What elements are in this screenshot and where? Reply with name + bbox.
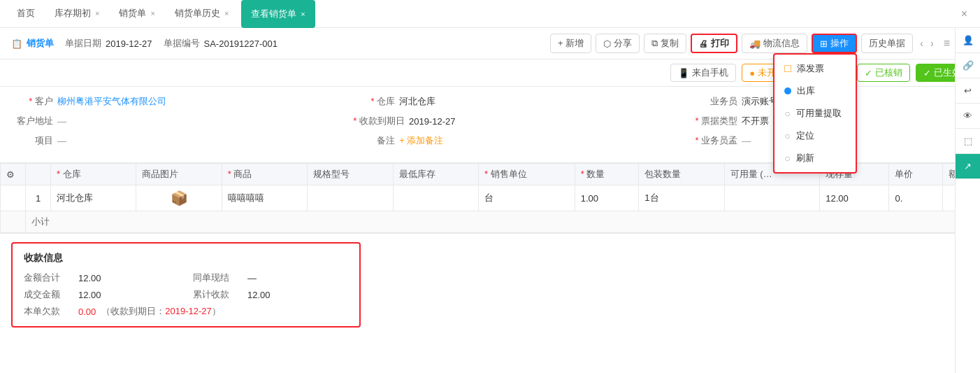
effective-icon: ✓ — [923, 68, 931, 78]
ticket-value: 不开票 — [742, 115, 769, 127]
tab-sales-history-close[interactable]: × — [224, 9, 229, 17]
operate-dropdown: □ 添发票 出库 ○ 可用量提取 ○ 定位 — [773, 53, 857, 174]
sold-button[interactable]: ✓ 已核销 — [857, 64, 910, 82]
add-button[interactable]: + 新增 — [550, 34, 591, 53]
col-unit-price: 单价 — [889, 164, 942, 185]
customer-field: 客户 柳州粤港平安气体有限公司 — [11, 95, 353, 108]
add-note-button[interactable]: + 添加备注 — [399, 134, 443, 147]
right-btn-expand[interactable]: ↗ — [956, 154, 981, 179]
col-warehouse: * 仓库 — [51, 164, 136, 185]
subtotal-row: 小计 — [1, 211, 980, 233]
right-btn-link[interactable]: 🔗 — [956, 53, 981, 78]
payment-title: 收款信息 — [24, 252, 348, 265]
doc-date-value: 2019-12-27 — [106, 38, 152, 49]
payment-same-settlement-row: 同单现结 — — [193, 272, 348, 284]
locate-icon: ○ — [784, 130, 790, 141]
history-button[interactable]: 历史单据 — [861, 34, 913, 53]
address-value: — — [57, 116, 66, 127]
tab-inventory-label: 库存期初 — [55, 7, 91, 20]
share-button[interactable]: ⬡ 分享 — [596, 34, 640, 53]
warehouse-field: 仓库 河北仓库 — [353, 95, 695, 108]
eye-icon: 👁 — [963, 111, 972, 121]
dropdown-locate[interactable]: ○ 定位 — [774, 125, 856, 147]
share-label: 分享 — [614, 37, 632, 50]
copy-button[interactable]: ⧉ 复制 — [644, 34, 686, 53]
nav-arrows: ‹ › — [917, 38, 936, 49]
tab-bar: 首页 库存期初 × 销货单 × 销货单历史 × 查看销货单 × × — [0, 0, 980, 28]
right-btn-grid[interactable]: ⬚ — [956, 129, 981, 154]
cell-gear — [1, 185, 26, 211]
expand-icon: ↗ — [964, 161, 972, 171]
next-button[interactable]: › — [928, 38, 937, 49]
cell-available — [724, 185, 819, 211]
owed-note-text: （收款到期日： — [101, 306, 165, 316]
cumulative-value: 12.00 — [247, 290, 271, 300]
customer-value[interactable]: 柳州粤港平安气体有限公司 — [57, 95, 166, 108]
tab-sales-history[interactable]: 销货单历史 × — [165, 0, 238, 28]
tab-home[interactable]: 首页 — [7, 0, 45, 28]
window-close-button[interactable]: × — [956, 8, 973, 20]
owed-date: 2019-12-27 — [165, 306, 212, 316]
refresh-icon: ○ — [784, 153, 790, 164]
right-btn-return[interactable]: ↩ — [956, 78, 981, 104]
from-mobile-button[interactable]: 📱 来自手机 — [670, 64, 736, 82]
ticket-label: 票据类型 — [696, 115, 738, 127]
due-date-value: 2019-12-27 — [409, 116, 456, 127]
dropdown-available-qty[interactable]: ○ 可用量提取 — [774, 102, 856, 125]
owed-value: 0.00 — [78, 307, 96, 317]
return-icon: ↩ — [964, 85, 972, 96]
print-button[interactable]: 🖨 打印 — [691, 34, 737, 53]
user-icon: 👤 — [963, 35, 974, 45]
col-min-stock: 最低库存 — [393, 164, 478, 185]
col-product: * 商品 — [222, 164, 307, 185]
logistics-icon: 🚚 — [749, 38, 761, 49]
col-quantity: * 数量 — [575, 164, 639, 185]
tab-sales-close[interactable]: × — [150, 9, 154, 17]
col-pack-qty: 包装数量 — [639, 164, 724, 185]
view-list-button[interactable]: ≡ — [941, 37, 953, 50]
sales-table: ⚙ * 仓库 商品图片 * 商品 规格型号 最低库存 * 销售单位 * 数量 包… — [0, 163, 980, 233]
col-spec: 规格型号 — [308, 164, 393, 185]
doc-number-label: 单据编号 — [164, 37, 200, 50]
doc-date-label: 单据日期 — [65, 37, 101, 50]
prev-button[interactable]: ‹ — [917, 38, 926, 49]
transaction-value: 12.00 — [78, 290, 101, 300]
operate-icon: ⊞ — [820, 38, 828, 49]
payment-owed-row: 本单欠款 0.00 （收款到期日：2019-12-27） — [24, 305, 348, 318]
cell-pack-qty: 1台 — [639, 185, 724, 211]
dropdown-outbound[interactable]: 出库 — [774, 80, 856, 102]
right-btn-user[interactable]: 👤 — [956, 28, 981, 53]
outbound-dot — [784, 87, 791, 94]
table-container: ⚙ * 仓库 商品图片 * 商品 规格型号 最低库存 * 销售单位 * 数量 包… — [0, 163, 980, 234]
right-btn-eye[interactable]: 👁 — [956, 104, 981, 129]
tab-view-sales-close[interactable]: × — [301, 10, 305, 18]
dropdown-add-invoice[interactable]: □ 添发票 — [774, 57, 856, 80]
tab-sales-label: 销货单 — [119, 7, 146, 20]
note-label: 备注 — [353, 134, 395, 147]
owed-label: 本单欠款 — [24, 305, 73, 318]
copy-icon: ⧉ — [651, 38, 658, 49]
tab-inventory[interactable]: 库存期初 × — [45, 0, 109, 28]
from-mobile-label: 来自手机 — [692, 66, 728, 79]
payment-info: 收款信息 金额合计 12.00 同单现结 — 成交金额 12.00 累计收款 1… — [11, 242, 361, 328]
tab-view-sales[interactable]: 查看销货单 × — [241, 0, 315, 28]
toolbar: + 新增 ⬡ 分享 ⧉ 复制 🖨 打印 🚚 物流信息 ⊞ 操作 — [550, 34, 969, 53]
operate-button[interactable]: ⊞ 操作 — [812, 34, 857, 53]
payment-total-row: 金额合计 12.00 — [24, 272, 179, 284]
staff-value: 演示账号 — [742, 95, 778, 108]
due-date-field: 收款到期日 2019-12-27 — [353, 115, 695, 127]
warehouse-value: 河北仓库 — [399, 95, 435, 108]
tab-sales-history-label: 销货单历史 — [175, 7, 220, 20]
address-field: 客户地址 — — [11, 115, 353, 127]
doc-title-text: 销货单 — [27, 37, 54, 50]
cell-spec — [308, 185, 393, 211]
dropdown-refresh[interactable]: ○ 刷新 — [774, 147, 856, 169]
owed-close: ） — [212, 306, 221, 316]
share-icon: ⬡ — [603, 38, 611, 49]
payment-total-value: 12.00 — [78, 273, 101, 283]
cell-unit: 台 — [478, 185, 575, 211]
tab-inventory-close[interactable]: × — [95, 9, 99, 17]
logistics-button[interactable]: 🚚 物流信息 — [742, 34, 807, 53]
doc-header: 📋 销货单 单据日期 2019-12-27 单据编号 SA-20191227-0… — [0, 28, 980, 59]
tab-sales[interactable]: 销货单 × — [109, 0, 164, 28]
